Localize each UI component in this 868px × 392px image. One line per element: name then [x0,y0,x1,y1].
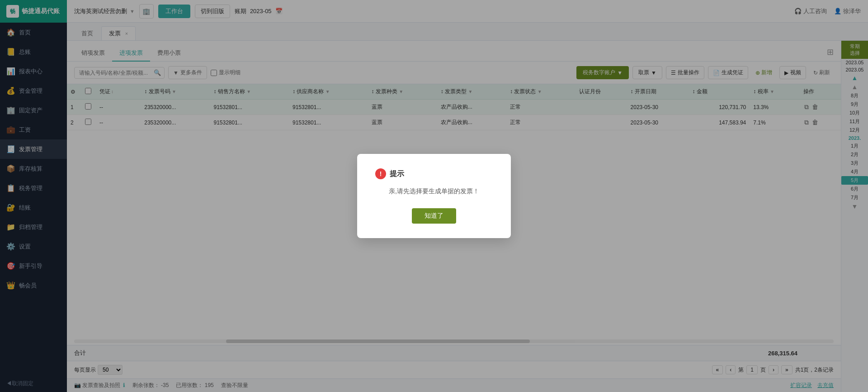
modal-body: 亲,请先选择要生成单据的发票！ [375,187,493,196]
modal-title-text: 提示 [390,169,404,179]
modal-title-area: ! 提示 [375,168,404,179]
modal-dialog: ! 提示 亲,请先选择要生成单据的发票！ 知道了 [357,154,511,238]
modal-footer: 知道了 [375,208,493,224]
modal-message: 亲,请先选择要生成单据的发票！ [389,187,479,195]
modal-overlay[interactable]: ! 提示 亲,请先选择要生成单据的发票！ 知道了 [0,0,868,392]
warning-icon: ! [375,168,386,179]
confirm-button[interactable]: 知道了 [412,208,456,224]
